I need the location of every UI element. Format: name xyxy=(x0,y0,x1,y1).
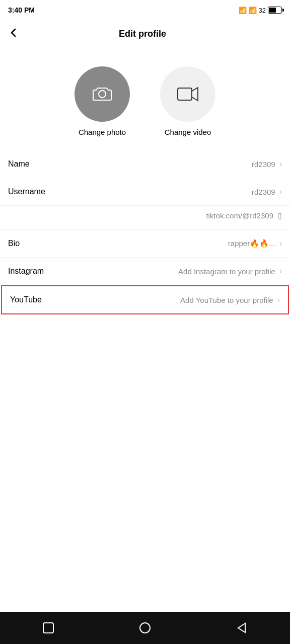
triangle-back-icon xyxy=(235,621,248,634)
bio-value-group: rapper🔥🔥... › xyxy=(228,239,282,248)
bio-label: Bio xyxy=(8,239,58,248)
back-button[interactable] xyxy=(8,25,23,43)
instagram-row[interactable]: Instagram Add Instagram to your profile … xyxy=(0,258,290,285)
nav-home-button[interactable] xyxy=(134,617,156,639)
username-value: rd2309 xyxy=(252,188,275,196)
page-title: Edit profile xyxy=(23,29,262,39)
content: Change photo Change video Name rd2309 › … xyxy=(0,48,290,612)
name-value: rd2309 xyxy=(252,160,275,169)
username-row[interactable]: Username rd2309 › xyxy=(0,178,290,206)
username-value-group: rd2309 › xyxy=(252,187,282,196)
name-chevron-icon: › xyxy=(279,159,282,169)
svg-marker-4 xyxy=(238,623,245,632)
name-value-group: rd2309 › xyxy=(252,159,282,169)
status-icons: 📶 📶 32 xyxy=(239,7,282,14)
svg-rect-1 xyxy=(178,88,192,100)
username-label: Username xyxy=(8,187,58,196)
avatar-circle[interactable] xyxy=(75,66,130,122)
circle-icon xyxy=(138,621,152,634)
svg-point-3 xyxy=(140,623,150,633)
instagram-placeholder: Add Instagram to your profile xyxy=(178,267,275,276)
username-chevron-icon: › xyxy=(279,187,282,196)
name-row[interactable]: Name rd2309 › xyxy=(0,150,290,178)
url-row: tiktok.com/@rd2309 ▯ xyxy=(0,206,290,230)
signal-icon: 📶 xyxy=(249,7,257,14)
change-video-item[interactable]: Change video xyxy=(160,66,215,136)
bottom-nav xyxy=(0,612,290,644)
youtube-chevron-icon: › xyxy=(277,295,280,304)
change-photo-item[interactable]: Change photo xyxy=(75,66,130,136)
profile-url: tiktok.com/@rd2309 xyxy=(206,211,273,220)
nav-back-button[interactable] xyxy=(231,617,253,639)
instagram-value-group: Add Instagram to your profile › xyxy=(178,267,282,276)
battery-text: 32 xyxy=(259,7,266,14)
bio-chevron-icon: › xyxy=(279,239,282,248)
url-value-group: tiktok.com/@rd2309 ▯ xyxy=(206,211,282,220)
youtube-label: YouTube xyxy=(10,295,60,304)
youtube-placeholder: Add YouTube to your profile xyxy=(180,296,273,304)
media-section: Change photo Change video xyxy=(0,48,290,150)
change-photo-label: Change photo xyxy=(79,128,126,136)
battery-icon xyxy=(268,7,282,14)
video-camera-icon xyxy=(177,83,199,105)
nav-square-button[interactable] xyxy=(37,617,59,639)
youtube-row[interactable]: YouTube Add YouTube to your profile › xyxy=(1,285,289,314)
camera-icon xyxy=(91,83,113,105)
header: Edit profile xyxy=(0,20,290,48)
svg-point-0 xyxy=(99,91,106,98)
change-video-label: Change video xyxy=(165,128,211,136)
instagram-chevron-icon: › xyxy=(279,267,282,276)
status-bar: 3:40 PM 📶 📶 32 xyxy=(0,0,290,20)
copy-icon[interactable]: ▯ xyxy=(277,211,282,220)
svg-rect-2 xyxy=(43,623,53,633)
status-time: 3:40 PM xyxy=(8,6,35,14)
video-circle[interactable] xyxy=(160,66,215,122)
square-icon xyxy=(42,621,55,634)
bluetooth-icon: 📶 xyxy=(239,7,247,14)
bio-row[interactable]: Bio rapper🔥🔥... › xyxy=(0,230,290,258)
instagram-label: Instagram xyxy=(8,267,58,276)
name-label: Name xyxy=(8,159,58,169)
youtube-value-group: Add YouTube to your profile › xyxy=(180,295,280,304)
bio-value: rapper🔥🔥... xyxy=(228,239,275,248)
